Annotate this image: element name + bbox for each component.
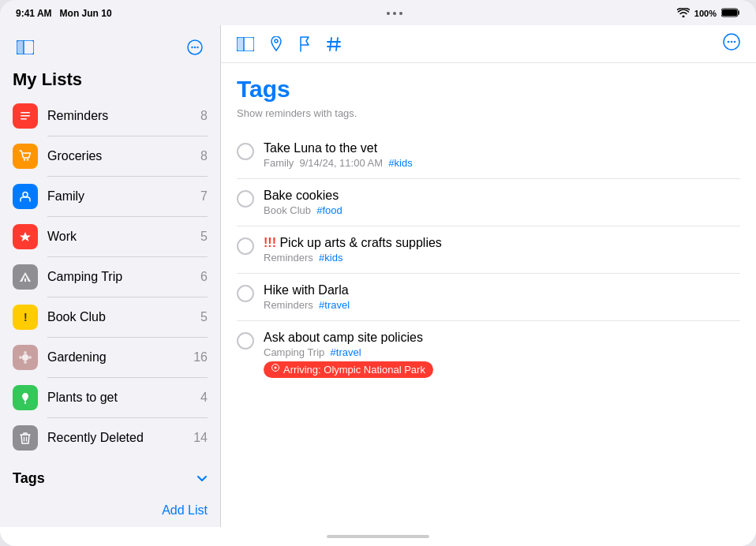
svg-point-24 [28,356,32,359]
reminder-circle-4[interactable] [237,285,254,302]
family-label: Family [47,189,200,204]
plants-icon [13,385,38,410]
svg-point-6 [191,47,193,48]
dot1 [387,12,390,15]
reminder-title-1: Take Luna to the vet [264,141,740,155]
toolbar-icons [237,36,341,52]
svg-rect-1 [722,9,737,16]
reminder-title-4: Hike with Darla [264,283,740,297]
dot2 [393,12,396,15]
sidebar-item-work[interactable]: Work 5 [0,217,220,256]
sidebar-toggle-button[interactable] [13,35,38,60]
sidebar-item-reminders[interactable]: Reminders 8 [0,96,220,136]
battery-icon [721,6,740,21]
groceries-icon [13,144,38,169]
svg-point-37 [728,41,730,43]
reminder-tag-2[interactable]: #food [316,204,342,216]
reminders-label: Reminders [47,109,200,123]
status-center-dots [387,12,402,15]
svg-point-8 [196,47,198,48]
flag-icon[interactable] [298,36,311,52]
reminder-body-4: Hike with Darla Reminders #travel [264,283,740,311]
svg-point-21 [24,351,27,354]
sidebar-item-camping[interactable]: Camping Trip 6 [0,257,220,297]
status-time: 9:41 AM Mon Jun 10 [16,8,112,19]
location-badge-icon [271,364,279,376]
reminder-body-3: !!! Pick up arts & crafts supplies Remin… [264,236,740,264]
reminder-meta-5: Camping Trip #travel [264,346,740,358]
reminder-meta-4: Reminders #travel [264,299,740,311]
svg-marker-15 [20,232,31,241]
svg-point-31 [275,39,278,43]
add-list-button[interactable]: Add List [0,494,220,527]
svg-rect-11 [21,118,27,120]
location-icon[interactable] [270,36,283,52]
bookclub-count: 5 [200,310,208,324]
location-badge: Arriving: Olympic National Park [264,361,433,378]
status-bar: 9:41 AM Mon Jun 10 100% [0,0,756,25]
gardening-label: Gardening [47,350,193,365]
reminder-circle-3[interactable] [237,237,254,255]
sidebar-item-groceries[interactable]: Groceries 8 [0,136,220,176]
tags-header[interactable]: Tags [13,464,208,494]
reminder-tag-5[interactable]: #travel [331,346,361,358]
sidebar-item-family[interactable]: Family 7 [0,177,220,216]
list-view-icon[interactable] [237,37,254,51]
camping-count: 6 [200,270,208,284]
sidebar-item-bookclub[interactable]: ! Book Club 5 [0,297,220,337]
status-right: 100% [677,6,740,21]
tags-subtitle: Show reminders with tags. [237,107,740,119]
battery-level: 100% [694,9,717,18]
work-icon [13,224,38,249]
camping-icon [13,264,38,290]
sidebar-item-gardening[interactable]: Gardening 16 [0,338,220,377]
reminder-title-3: !!! Pick up arts & crafts supplies [264,236,740,250]
reminder-tag-1[interactable]: #kids [388,157,412,169]
svg-point-41 [275,367,277,369]
priority-exclamation: !!! [264,236,276,249]
groceries-label: Groceries [47,149,200,163]
reminder-item: Ask about camp site policies Camping Tri… [237,321,740,387]
svg-rect-2 [17,40,24,54]
svg-point-12 [24,159,25,160]
sidebar-header [0,25,220,66]
main-content: My Lists Reminders 8 [0,25,756,527]
home-indicator [0,527,756,546]
sidebar-item-deleted[interactable]: Recently Deleted 14 [0,418,220,458]
gardening-icon [13,345,38,370]
reminder-circle-2[interactable] [237,190,254,208]
reminder-tag-4[interactable]: #travel [319,299,350,311]
bookclub-icon: ! [13,305,38,330]
gardening-count: 16 [193,350,208,365]
reminders-icon [13,103,38,129]
location-badge-text: Arriving: Olympic National Park [283,364,425,376]
reminder-circle-1[interactable] [237,143,254,160]
reminder-meta-1: Family 9/14/24, 11:00 AM #kids [264,157,740,169]
sidebar-scroll: Reminders 8 Groceries 8 [0,96,220,494]
sidebar: My Lists Reminders 8 [0,25,221,527]
deleted-count: 14 [193,431,208,445]
svg-rect-10 [21,115,30,117]
groceries-count: 8 [200,149,208,163]
reminder-tag-3[interactable]: #kids [319,252,342,264]
sidebar-item-plants[interactable]: Plants to get 4 [0,378,220,417]
plants-label: Plants to get [47,391,200,405]
tags-page-title: Tags [237,76,740,103]
reminder-meta-3: Reminders #kids [264,252,740,264]
svg-point-39 [734,41,736,43]
reminder-circle-5[interactable] [237,332,254,350]
bookclub-label: Book Club [47,310,200,324]
sidebar-more-button[interactable] [182,35,208,60]
svg-rect-28 [237,37,244,51]
add-list-label: Add List [162,503,208,517]
svg-point-13 [27,159,28,160]
tags-chevron-icon [196,472,208,486]
tags-section-title: Tags [13,470,45,487]
reminder-title-2: Bake cookies [264,189,740,203]
toolbar-more-button[interactable] [723,33,740,54]
hashtag-icon[interactable] [327,36,341,52]
deleted-label: Recently Deleted [47,431,193,445]
svg-point-14 [23,193,28,197]
svg-rect-18 [24,279,26,282]
work-label: Work [47,230,200,244]
